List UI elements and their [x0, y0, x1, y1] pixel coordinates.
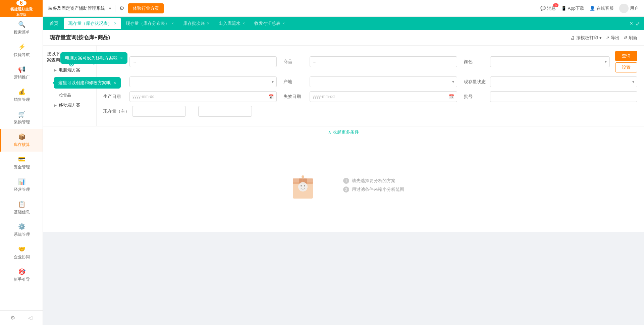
- scheme-tooltip: 电脑方案可设为移动方案哦 ×: [60, 52, 127, 64]
- tab-inout[interactable]: 出入库流水 ×: [214, 18, 250, 29]
- sidebar-item-purchase[interactable]: 🛒 采购管理: [0, 107, 43, 129]
- chevron-up-icon: ∧: [328, 130, 331, 135]
- chevron-right-icon: ▶: [54, 68, 57, 72]
- chevron-down-icon: ▾: [109, 6, 111, 11]
- field-warehouse: 仓库 ···: [103, 56, 277, 67]
- stock-main-start-input[interactable]: [132, 106, 186, 117]
- tab-close-icon[interactable]: ×: [114, 21, 116, 26]
- tab-close-icon[interactable]: ×: [282, 21, 285, 26]
- field-dots-icon: ···: [132, 59, 136, 64]
- batch-input[interactable]: [490, 91, 637, 102]
- tooltip-close-button[interactable]: ×: [120, 55, 123, 61]
- stock-main-end-input[interactable]: [198, 106, 252, 117]
- fullscreen-icon[interactable]: ⤢: [636, 20, 640, 27]
- prod-date-start-input[interactable]: yyyy-mm-dd 📅: [129, 91, 277, 102]
- chevron-down-icon: ▾: [452, 79, 454, 84]
- tab-batch[interactable]: 库存批次账 ×: [178, 18, 214, 29]
- close-all-tabs-icon[interactable]: ×: [630, 20, 633, 26]
- color-select[interactable]: ▾: [490, 56, 610, 67]
- tab-inventory-dist[interactable]: 现存量（库存分布表） ×: [121, 18, 178, 29]
- expire-date-start-input[interactable]: yyyy-mm-dd 📅: [310, 91, 457, 102]
- refresh-icon: ↺: [624, 35, 627, 40]
- sidebar-item-newbie[interactable]: 🎯 新手引导: [0, 264, 43, 286]
- date-placeholder: yyyy-mm-dd: [132, 94, 154, 99]
- chevron-down-icon: ▾: [605, 59, 607, 64]
- size-select[interactable]: ▾: [129, 76, 277, 87]
- sidebar-item-system[interactable]: ⚙️ 系统管理: [0, 219, 43, 241]
- origin-select[interactable]: ▾: [310, 76, 457, 87]
- tab-close-icon[interactable]: ×: [243, 21, 245, 26]
- empty-step-1: 1 请先选择要分析的方案: [343, 178, 404, 184]
- settings-icon[interactable]: ⚙: [119, 5, 124, 11]
- print-button[interactable]: 🖨 按模板打印 ▾: [571, 35, 602, 41]
- top-header: 装备及固定资产辅助管理系统 ▾ ⚙ 体验行业方案 💬 消息 6 📱 App下载 …: [43, 0, 644, 17]
- batch-label: 批号: [464, 94, 487, 100]
- tab-inventory-status[interactable]: 现存量（库存状况表） ×: [64, 18, 121, 29]
- brand-tag: 标签版: [16, 12, 26, 17]
- sidebar-item-basic[interactable]: 📋 基础信息: [0, 197, 43, 219]
- scheme-item-pc[interactable]: ▶ 电脑端方案: [54, 67, 92, 73]
- empty-illustration: [283, 165, 323, 205]
- scheme-list: ▶ 电脑端方案 这里可以创建和修改方案哦 × 按货品 ▶ 移动端方案: [54, 67, 92, 108]
- goods-select[interactable]: ···: [310, 56, 457, 67]
- edit-tooltip: 这里可以创建和修改方案哦 ×: [54, 77, 121, 89]
- message-action[interactable]: 💬 消息 6: [540, 5, 556, 11]
- tab-close-icon[interactable]: ×: [207, 21, 209, 26]
- field-origin: 产地 ▾: [283, 76, 457, 87]
- sidebar-item-marketing[interactable]: 📢 营销推广: [0, 62, 43, 84]
- calendar-icon: 📅: [268, 94, 274, 99]
- sidebar-item-sales[interactable]: 💰 销售管理: [0, 84, 43, 107]
- sidebar-item-label: 采购管理: [14, 119, 30, 125]
- collapse-bar[interactable]: ∧ 收起更多条件: [43, 126, 644, 138]
- stock-status-select[interactable]: ▾: [490, 76, 637, 87]
- tab-close-icon[interactable]: ×: [171, 21, 174, 26]
- app-action[interactable]: 📱 App下载: [561, 5, 584, 11]
- range-separator: —: [189, 109, 196, 114]
- export-icon: ↗: [606, 35, 609, 40]
- action-buttons: 查询 设置: [615, 51, 637, 72]
- tab-receive-send[interactable]: 收发存汇总表 ×: [250, 18, 289, 29]
- warehouse-select[interactable]: ···: [129, 56, 277, 67]
- sidebar-item-inventory[interactable]: 📦 库存核算: [0, 129, 43, 152]
- reset-button[interactable]: 设置: [615, 62, 637, 72]
- sidebar-item-guide[interactable]: ⚡ 快捷导航: [0, 39, 43, 62]
- sidebar-item-label: 搜索菜单: [14, 30, 30, 35]
- sidebar-item-finance[interactable]: 💳 资金管理: [0, 152, 43, 174]
- settings-bottom-icon[interactable]: ⚙: [10, 315, 15, 321]
- refresh-button[interactable]: ↺ 刷新: [624, 35, 637, 41]
- svg-point-4: [301, 185, 302, 186]
- sales-icon: 💰: [18, 88, 25, 96]
- empty-state: 1 请先选择要分析的方案 2 用过滤条件来缩小分析范围: [43, 138, 644, 232]
- export-button[interactable]: ↗ 导出: [606, 35, 620, 41]
- form-row-3: 生产日期 yyyy-mm-dd 📅 失效日期 yyyy-mm-dd 📅: [103, 91, 637, 102]
- scheme-item-mobile[interactable]: ▶ 移动端方案: [54, 102, 92, 108]
- step-num-1: 1: [343, 178, 349, 184]
- date-placeholder: yyyy-mm-dd: [313, 94, 334, 99]
- user-action[interactable]: 用户: [619, 4, 639, 13]
- service-action[interactable]: 👤 在线客服: [590, 5, 614, 11]
- chevron-down-icon: ▾: [632, 79, 634, 84]
- brand-name: 畅捷通好生意: [10, 7, 33, 12]
- logo-icon: 6: [16, 0, 26, 6]
- sidebar-item-search[interactable]: 🔍 搜索菜单: [0, 17, 43, 39]
- empty-svg: [283, 165, 323, 205]
- empty-content: 1 请先选择要分析的方案 2 用过滤条件来缩小分析范围: [283, 165, 404, 205]
- tab-label: 现存量（库存分布表）: [126, 20, 169, 26]
- tab-home-label: 首页: [50, 20, 58, 26]
- edit-tooltip-close[interactable]: ×: [113, 80, 116, 86]
- tab-label: 现存量（库存状况表）: [68, 20, 112, 26]
- field-batch: 批号: [464, 91, 637, 102]
- trial-button[interactable]: 体验行业方案: [128, 3, 164, 13]
- inventory-icon: 📦: [18, 133, 25, 141]
- sidebar-item-label: 新手引导: [14, 277, 30, 282]
- tab-home[interactable]: 首页: [44, 18, 64, 29]
- form-row-2: 尺码 ▾ 产地 ▾ 现存量状态: [103, 76, 637, 87]
- sidebar-item-label: 企业协同: [14, 254, 30, 260]
- query-button[interactable]: 查询: [615, 51, 637, 61]
- sidebar-item-operations[interactable]: 📊 经营管理: [0, 174, 43, 197]
- collapse-sidebar-icon[interactable]: ◁: [28, 315, 32, 321]
- sidebar-item-label: 销售管理: [14, 97, 30, 103]
- chevron-down-icon: ▾: [599, 35, 602, 40]
- sidebar-item-enterprise[interactable]: 🤝 企业协同: [0, 241, 43, 264]
- system-dropdown[interactable]: ▾: [109, 6, 111, 11]
